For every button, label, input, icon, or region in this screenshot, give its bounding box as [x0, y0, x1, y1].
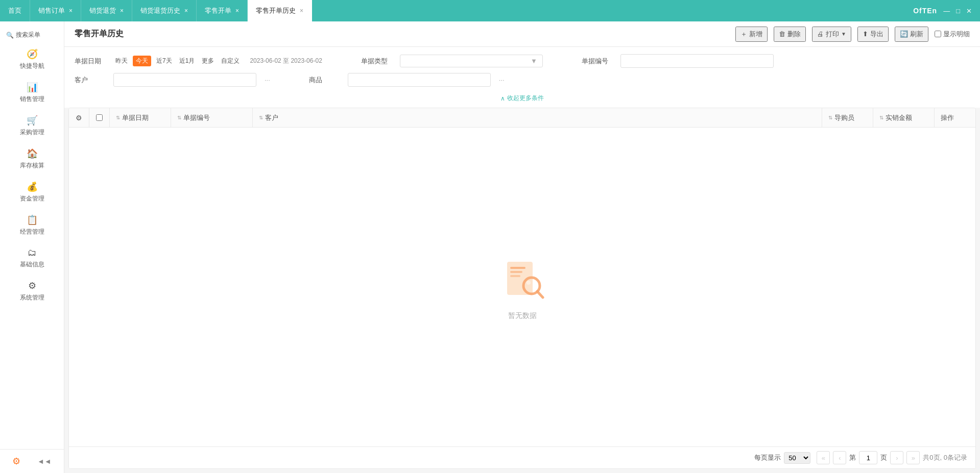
doc-type-label: 单据类型: [361, 57, 392, 66]
tab-retail-open-history-label: 零售开单历史: [256, 6, 296, 15]
date-btn-today[interactable]: 今天: [133, 56, 151, 66]
sidebar-item-operations[interactable]: 📋 经营管理: [0, 208, 64, 241]
settings-col-icon: ⚙: [76, 114, 82, 122]
system-icon: ⚙: [28, 280, 36, 291]
add-icon: ＋: [740, 30, 747, 39]
tab-sales-return-history-close[interactable]: ×: [184, 7, 188, 14]
tab-retail-open-history-close[interactable]: ×: [300, 7, 303, 14]
col-date-sort-icon: ⇅: [116, 115, 120, 120]
purchase-icon: 🛒: [27, 115, 38, 126]
top-tabbar: 首页 销售订单 × 销货退货 × 销货退货历史 × 零售开单 × 零售开单历史 …: [0, 0, 980, 21]
date-btn-1month[interactable]: 近1月: [177, 56, 197, 66]
sidebar-item-quick-nav[interactable]: 🧭 快捷导航: [0, 42, 64, 76]
tab-sales-return-history[interactable]: 销货退货历史 ×: [132, 0, 197, 21]
pagination: « ‹ 第 页 › » 共0页, 0条记录: [817, 451, 967, 464]
next-page-btn[interactable]: ›: [890, 451, 903, 464]
sidebar-settings-icon[interactable]: ⚙: [12, 456, 20, 467]
tab-sales-order-label: 销售订单: [38, 6, 65, 15]
refresh-icon: 🔄: [900, 30, 908, 38]
window-controls: OfTEn — □ ✕: [913, 7, 980, 15]
col-checkbox[interactable]: [89, 108, 110, 127]
header-actions: ＋ 新增 🗑 删除 🖨 打印 ▼ ⬆ 导出 🔄 刷: [735, 27, 970, 42]
print-button[interactable]: 🖨 打印 ▼: [812, 27, 851, 42]
operations-icon: 📋: [27, 214, 38, 226]
per-page: 每页显示 10 20 50 100: [754, 452, 810, 464]
svg-rect-2: [510, 271, 522, 273]
minimize-btn[interactable]: —: [943, 7, 950, 15]
tab-retail-open[interactable]: 零售开单 ×: [197, 0, 248, 21]
tab-sales-order-close[interactable]: ×: [69, 7, 73, 14]
col-guide: ⇅ 导购员: [822, 108, 873, 127]
show-detail-checkbox[interactable]: [935, 31, 941, 37]
col-num-sort-icon: ⇅: [177, 115, 181, 120]
sidebar-item-inventory[interactable]: 🏠 库存核算: [0, 142, 64, 175]
sidebar-item-system[interactable]: ⚙ 系统管理: [0, 274, 64, 307]
close-btn[interactable]: ✕: [966, 7, 972, 15]
customer-ellipsis[interactable]: ···: [265, 76, 270, 84]
first-page-btn[interactable]: «: [817, 451, 830, 464]
tab-sales-return-close[interactable]: ×: [120, 7, 124, 14]
col-amount-sort-icon: ⇅: [879, 115, 883, 120]
sidebar-item-purchase[interactable]: 🛒 采购管理: [0, 109, 64, 142]
sidebar-item-sales[interactable]: 📊 销售管理: [0, 76, 64, 109]
collapse-btn[interactable]: ∧ 收起更多条件: [75, 92, 970, 105]
sidebar-item-system-label: 系统管理: [20, 293, 44, 302]
per-page-label: 每页显示: [754, 453, 781, 462]
tab-retail-open-close[interactable]: ×: [235, 7, 239, 14]
print-dropdown-icon: ▼: [841, 31, 846, 37]
customer-input[interactable]: [113, 73, 256, 87]
sidebar-item-base-info[interactable]: 🗂 基础信息: [0, 241, 64, 274]
doc-type-select[interactable]: ▼: [400, 55, 543, 67]
last-page-btn[interactable]: »: [906, 451, 920, 464]
export-button[interactable]: ⬆ 导出: [857, 27, 889, 42]
tab-home-label: 首页: [8, 6, 21, 15]
prev-page-btn[interactable]: ‹: [833, 451, 846, 464]
tab-retail-open-history[interactable]: 零售开单历史 ×: [248, 0, 312, 21]
table-footer: 每页显示 10 20 50 100 « ‹ 第 页 › » 共: [69, 446, 975, 468]
sidebar-search[interactable]: 🔍 搜索采单: [0, 26, 64, 42]
date-btn-more[interactable]: 更多: [200, 56, 216, 66]
tab-sales-return[interactable]: 销货退货 ×: [81, 0, 132, 21]
date-btn-7days[interactable]: 近7天: [154, 56, 174, 66]
empty-state: 暂无数据: [69, 128, 975, 446]
tab-retail-open-label: 零售开单: [205, 6, 231, 15]
col-settings[interactable]: ⚙: [69, 108, 89, 127]
col-guide-sort-icon: ⇅: [828, 115, 832, 120]
product-input[interactable]: [348, 73, 491, 87]
filter-row-1: 单据日期 昨天 今天 近7天 近1月 更多 自定义 2023-06-02 至 2…: [75, 54, 970, 68]
show-detail-toggle[interactable]: 显示明细: [935, 30, 970, 39]
collapse-arrow-icon: ∧: [500, 95, 505, 102]
delete-button[interactable]: 🗑 删除: [774, 27, 806, 42]
date-btn-custom[interactable]: 自定义: [219, 56, 242, 66]
add-button[interactable]: ＋ 新增: [735, 27, 768, 42]
delete-icon: 🗑: [779, 30, 785, 38]
page-header: 零售开单历史 ＋ 新增 🗑 删除 🖨 打印 ▼ ⬆ 导出: [64, 21, 980, 47]
sidebar-item-sales-label: 销售管理: [20, 95, 44, 104]
tab-home[interactable]: 首页: [0, 0, 30, 21]
date-options-group: 昨天 今天 近7天 近1月 更多 自定义: [113, 56, 242, 66]
product-ellipsis[interactable]: ···: [499, 76, 505, 84]
inventory-icon: 🏠: [27, 148, 38, 159]
col-customer-sort-icon: ⇅: [259, 115, 263, 120]
refresh-button[interactable]: 🔄 刷新: [895, 27, 928, 42]
export-icon: ⬆: [863, 30, 868, 38]
page-word: 第: [849, 453, 856, 462]
table-area: ⚙ ⇅ 单据日期 ⇅ 单据编号 ⇅ 客户 ⇅: [68, 108, 976, 469]
select-all-checkbox[interactable]: [96, 114, 103, 121]
maximize-btn[interactable]: □: [956, 7, 960, 15]
sidebar-search-label: 搜索采单: [16, 31, 40, 39]
page-input[interactable]: [859, 451, 877, 464]
sales-icon: 📊: [27, 82, 38, 93]
col-ops: 操作: [935, 108, 975, 127]
doc-num-input[interactable]: [620, 54, 774, 68]
sidebar-collapse-icon[interactable]: ◄◄: [37, 457, 52, 465]
tab-sales-order[interactable]: 销售订单 ×: [30, 0, 81, 21]
filter-area: 单据日期 昨天 今天 近7天 近1月 更多 自定义 2023-06-02 至 2…: [64, 47, 980, 108]
sidebar-item-quick-nav-label: 快捷导航: [20, 62, 44, 70]
main-layout: 🔍 搜索采单 🧭 快捷导航 📊 销售管理 🛒 采购管理 🏠 库存核算 💰 资金管…: [0, 21, 980, 473]
table-header: ⚙ ⇅ 单据日期 ⇅ 单据编号 ⇅ 客户 ⇅: [69, 108, 975, 128]
sidebar-item-finance[interactable]: 💰 资金管理: [0, 175, 64, 208]
sidebar-item-purchase-label: 采购管理: [20, 128, 44, 137]
date-btn-yesterday[interactable]: 昨天: [113, 56, 130, 66]
per-page-select[interactable]: 10 20 50 100: [784, 452, 810, 464]
